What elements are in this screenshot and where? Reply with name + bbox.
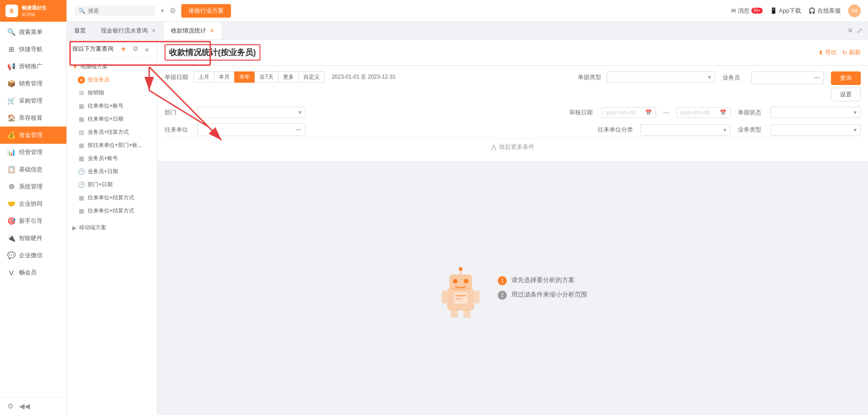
- partner-select[interactable]: ···: [197, 123, 306, 136]
- audit-date-from[interactable]: yyyy-mm-dd 📅: [602, 107, 656, 118]
- messages-button[interactable]: ✉ 消息 99+: [731, 7, 763, 15]
- empty-content: 1 请先选择要分析的方案 2 用过滤条件来缩小分析范围: [438, 265, 587, 311]
- sidebar-item-basic[interactable]: 📋 基础信息: [0, 161, 66, 178]
- partner-payment3-icon: ▦: [78, 208, 85, 215]
- salesperson-select[interactable]: ···: [751, 71, 824, 84]
- sidebar-item-business[interactable]: 📊 经营管理: [0, 144, 66, 161]
- tree-item-partner-account[interactable]: ▦ 往来单位+账号: [67, 99, 157, 113]
- doc-status-arrow: ▾: [854, 109, 857, 116]
- sidebar-item-finance[interactable]: 💰 资金管理: [0, 127, 66, 144]
- tab-close-all-button[interactable]: ✕: [847, 26, 853, 35]
- salesperson-more-icon[interactable]: ···: [814, 74, 820, 82]
- tab-bank-close[interactable]: ✕: [151, 28, 156, 34]
- add-scheme-button[interactable]: +: [119, 44, 128, 53]
- scheme-settings-button[interactable]: ⚙: [131, 44, 140, 53]
- partner-dept-icon: ▦: [78, 142, 85, 149]
- tree-item-salesperson-payment[interactable]: ▤ 业务员+结算方式: [67, 126, 157, 139]
- tree-item-partner-payment3[interactable]: ▦ 往来单位+结算方式: [67, 204, 157, 217]
- tree-item-dept-date[interactable]: 🕐 部门+日期: [67, 178, 157, 191]
- svg-rect-9: [463, 310, 471, 318]
- doc-status-select[interactable]: ▾: [770, 107, 861, 118]
- export-button[interactable]: ⬆ 导出: [818, 48, 837, 57]
- sidebar-item-hardware[interactable]: 🔌 智能硬件: [0, 230, 66, 247]
- dept-select[interactable]: ▾: [197, 107, 306, 118]
- tree-item-by-salesperson[interactable]: ● 按业务员: [67, 73, 157, 86]
- tab-expand-button[interactable]: ⤢: [857, 26, 863, 35]
- partner-category-select[interactable]: ▾: [640, 124, 731, 136]
- svg-point-5: [459, 267, 462, 271]
- user-avatar[interactable]: Rit: [848, 5, 861, 17]
- tab-collection[interactable]: 收款情况统计 ✕: [164, 22, 222, 39]
- tab-home[interactable]: 首页: [67, 22, 94, 39]
- settings-footer-icon[interactable]: ⚙: [7, 402, 14, 410]
- header-dropdown-arrow[interactable]: ▾: [161, 7, 164, 14]
- empty-state: 1 请先选择要分析的方案 2 用过滤条件来缩小分析范围: [157, 161, 868, 415]
- tab-collection-close[interactable]: ✕: [210, 28, 214, 34]
- sidebar-item-inventory[interactable]: 🏠 库存核算: [0, 109, 66, 127]
- sidebar-item-search[interactable]: 🔍 搜索菜单: [0, 24, 66, 41]
- settings-button[interactable]: 设置: [831, 88, 861, 101]
- svg-point-2: [453, 279, 458, 283]
- sidebar-footer: ⚙ ◀◀: [0, 397, 66, 415]
- tree-item-partner-payment2[interactable]: ▦ 往来单位+结算方式: [67, 191, 157, 204]
- date-tab-last7[interactable]: 近7天: [255, 71, 278, 83]
- app-download-button[interactable]: 📱 App下载: [770, 7, 801, 15]
- tree-expand-icon: ▼: [72, 64, 78, 70]
- message-icon: ✉: [731, 7, 736, 14]
- date-separator: —: [663, 109, 669, 116]
- tab-bank[interactable]: 现金银行流水查询 ✕: [94, 22, 164, 39]
- export-icon: ⬆: [818, 49, 823, 56]
- date-tab-this-year[interactable]: 本年: [234, 71, 255, 83]
- page-title: 收款情况统计(按业务员): [165, 44, 260, 61]
- sidebar-item-quicknav[interactable]: ⊞ 快捷导航: [0, 41, 66, 58]
- left-panel: 按以下方案查询 + ⚙ « ▼ 电脑端方案 ● 按业务员 ⊞ 按: [67, 40, 157, 415]
- sidebar-item-enterprise[interactable]: 🤝 企业协同: [0, 195, 66, 212]
- sidebar-item-sales[interactable]: 📦 销售管理: [0, 75, 66, 92]
- business-type-label: 业务类型: [738, 126, 763, 134]
- sidebar-item-newguide[interactable]: 🎯 新手引导: [0, 212, 66, 230]
- header-right: ✉ 消息 99+ 📱 App下载 🎧 在线客服 Rit: [731, 5, 861, 17]
- doc-type-select[interactable]: ▾: [607, 71, 715, 83]
- quicknav-icon: ⊞: [7, 45, 15, 53]
- sales-icon: 📦: [7, 80, 15, 88]
- trial-button[interactable]: 体验行业方案: [181, 4, 231, 18]
- tree-section-mobile: ▶ 移动端方案: [67, 219, 157, 236]
- sidebar-item-purchase[interactable]: 🛒 采购管理: [0, 92, 66, 109]
- enterprise-icon: 🤝: [7, 200, 15, 208]
- business-type-select[interactable]: ▾: [770, 124, 861, 136]
- tree-item-salesperson-date[interactable]: 🕐 业务员+日期: [67, 165, 157, 178]
- tree-item-by-detail[interactable]: ⊞ 按明细: [67, 86, 157, 99]
- partner-payment2-icon: ▦: [78, 194, 85, 202]
- sidebar-item-system[interactable]: ⚙ 系统管理: [0, 178, 66, 195]
- sidebar-item-member[interactable]: V 畅会员: [0, 264, 66, 281]
- panel-collapse-button[interactable]: «: [142, 44, 151, 53]
- date-tab-more[interactable]: 更多: [278, 71, 298, 83]
- refresh-button[interactable]: ↻ 刷新: [842, 48, 861, 57]
- query-button[interactable]: 查询: [831, 71, 861, 85]
- robot-svg: [438, 265, 483, 320]
- date-tab-custom[interactable]: 自定义: [298, 71, 325, 83]
- settings-icon[interactable]: ⚙: [170, 6, 176, 15]
- tree-item-partner-dept[interactable]: ▦ 按往来单位+部门+收...: [67, 139, 157, 152]
- audit-date-to[interactable]: yyyy-mm-dd 📅: [676, 107, 731, 118]
- tree-category-mobile[interactable]: ▶ 移动端方案: [67, 221, 157, 234]
- empty-robot-illustration: [438, 265, 483, 311]
- search-icon: 🔍: [79, 8, 85, 14]
- partner-category-arrow: ▾: [723, 127, 726, 133]
- tree-item-partner-date[interactable]: ▦ 往来单位+日期: [67, 113, 157, 126]
- tree-item-salesperson-account[interactable]: ▦ 业务员+账号: [67, 152, 157, 165]
- page-actions: ⬆ 导出 ↻ 刷新: [818, 48, 861, 57]
- collapse-footer-icon[interactable]: ◀◀: [19, 402, 30, 410]
- salesperson-label: 业务员: [722, 74, 748, 82]
- date-tab-this-month[interactable]: 本月: [214, 71, 234, 83]
- left-panel-header-icons: + ⚙ «: [119, 44, 151, 53]
- partner-more-icon[interactable]: ···: [296, 126, 302, 134]
- sidebar-item-wechat[interactable]: 💬 企业微信: [0, 247, 66, 264]
- date-tab-last-month[interactable]: 上月: [193, 71, 214, 83]
- online-service-button[interactable]: 🎧 在线客服: [808, 7, 841, 15]
- search-input[interactable]: [88, 8, 142, 14]
- collapse-bar[interactable]: ⋀ 收起更多条件: [165, 138, 861, 156]
- service-icon: 🎧: [808, 7, 816, 14]
- sidebar-item-marketing[interactable]: 📢 营销推广: [0, 58, 66, 75]
- tree-category-desktop[interactable]: ▼ 电脑端方案: [67, 60, 157, 73]
